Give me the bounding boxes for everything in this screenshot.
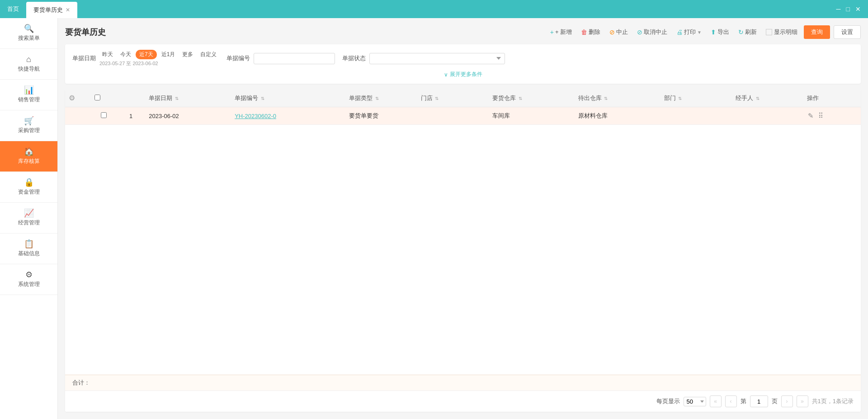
doc-status-select[interactable] xyxy=(369,53,505,64)
sidebar-item-system-mgmt[interactable]: ⚙ 系统管理 xyxy=(0,264,57,295)
search-icon: 🔍 xyxy=(24,24,34,33)
dept-col-header[interactable]: 部门 ⇅ xyxy=(660,89,732,107)
sidebar-item-sales-mgmt[interactable]: 📊 销售管理 xyxy=(0,80,57,110)
date-today[interactable]: 今天 xyxy=(118,50,134,59)
checkbox-col-header[interactable] xyxy=(91,89,117,107)
print-button[interactable]: 🖨 打印 ▼ xyxy=(674,26,704,38)
date-more[interactable]: 更多 xyxy=(179,50,196,59)
row-settings-cell xyxy=(65,107,91,125)
row-store-cell xyxy=(417,107,489,125)
page-label: 第 xyxy=(741,397,746,405)
expand-down-icon: ∨ xyxy=(444,71,448,78)
warehouse-col-header[interactable]: 要货仓库 ⇅ xyxy=(489,89,575,107)
refresh-button[interactable]: ↻ 刷新 xyxy=(736,26,760,38)
print-icon: 🖨 xyxy=(676,29,683,36)
code-col-header[interactable]: 单据编号 ⇅ xyxy=(231,89,345,107)
row-checkbox[interactable] xyxy=(101,112,107,118)
row-code-link[interactable]: YH-20230602-0 xyxy=(235,113,276,119)
row-number-cell: 1 xyxy=(117,107,145,125)
pending-col-header[interactable]: 待出仓库 ⇅ xyxy=(575,89,660,107)
export-icon: ⬆ xyxy=(711,29,716,36)
row-warehouse-cell: 车间库 xyxy=(489,107,575,125)
date-yesterday[interactable]: 昨天 xyxy=(99,50,116,59)
export-button[interactable]: ⬆ 导出 xyxy=(708,26,732,38)
display-cell-button[interactable]: 显示明细 xyxy=(763,26,800,38)
pending-col-label: 待出仓库 xyxy=(578,95,602,101)
page-number-input[interactable] xyxy=(750,395,768,407)
filter-row: 单据日期 昨天 今天 近7天 近1月 更多 自定义 2023-05-27 至 2… xyxy=(72,50,854,67)
expand-more-button[interactable]: ∨ 展开更多条件 xyxy=(72,71,854,78)
pagination-bar: 每页显示 10 20 50 100 « ‹ 第 页 › » 共1页，1条记录 xyxy=(65,390,861,412)
date-shortcuts: 昨天 今天 近7天 近1月 更多 自定义 xyxy=(99,50,219,59)
pending-sort-icon[interactable]: ⇅ xyxy=(604,96,608,101)
type-sort-icon[interactable]: ⇅ xyxy=(375,96,379,101)
sidebar-item-quick-nav[interactable]: ⌂ 快捷导航 xyxy=(0,49,57,80)
sidebar-item-fund-mgmt[interactable]: 🔒 资金管理 xyxy=(0,172,57,203)
code-sort-icon[interactable]: ⇅ xyxy=(261,96,264,101)
table-body: 1 2023-06-02 YH-20230602-0 要货单要货 车间库 原材料… xyxy=(65,107,861,125)
sidebar-item-basic-info[interactable]: 📋 基础信息 xyxy=(0,233,57,264)
date-col-header[interactable]: 单据日期 ⇅ xyxy=(145,89,231,107)
date-sort-icon[interactable]: ⇅ xyxy=(175,96,179,101)
sidebar-item-purchase-mgmt[interactable]: 🛒 采购管理 xyxy=(0,110,57,141)
maximize-button[interactable]: □ xyxy=(846,5,850,13)
dept-sort-icon[interactable]: ⇅ xyxy=(678,96,682,101)
row-checkbox-cell[interactable] xyxy=(91,107,117,125)
inventory-icon: 🏠 xyxy=(24,148,34,156)
new-button[interactable]: + + 新增 xyxy=(547,26,575,38)
sidebar-item-inventory-calc[interactable]: 🏠 库存核算 xyxy=(0,141,57,172)
date-last7days[interactable]: 近7天 xyxy=(136,50,157,59)
prev-page-button[interactable]: ‹ xyxy=(725,395,737,407)
warehouse-col-label: 要货仓库 xyxy=(492,95,516,101)
query-button[interactable]: 查询 xyxy=(804,25,830,39)
minimize-button[interactable]: ─ xyxy=(836,5,841,13)
store-col-label: 门店 xyxy=(421,95,433,101)
handler-sort-icon[interactable]: ⇅ xyxy=(756,96,760,101)
content-area: 要货单历史 + + 新增 🗑 删除 ⊘ 中止 ⊘ 取消中止 xyxy=(58,18,868,419)
store-sort-icon[interactable]: ⇅ xyxy=(435,96,439,101)
date-last-month[interactable]: 近1月 xyxy=(159,50,178,59)
close-button[interactable]: ✕ xyxy=(855,5,861,13)
type-col-header[interactable]: 单据类型 ⇅ xyxy=(345,89,417,107)
edit-icon[interactable]: ✎ xyxy=(807,111,815,121)
dept-col-label: 部门 xyxy=(664,95,676,101)
tab-home[interactable]: 首页 xyxy=(0,0,26,18)
doc-number-input[interactable] xyxy=(254,53,335,64)
doc-number-filter-group: 单据编号 xyxy=(226,53,335,64)
top-bar: 首页 要货单历史 ✕ ─ □ ✕ xyxy=(0,0,868,18)
page-title: 要货单历史 xyxy=(65,27,547,38)
column-settings-icon[interactable]: ⚙ xyxy=(69,94,75,102)
select-all-checkbox[interactable] xyxy=(94,95,100,100)
display-cell-label: 显示明细 xyxy=(774,28,797,36)
settings-button[interactable]: 设置 xyxy=(834,25,861,39)
row-code-cell[interactable]: YH-20230602-0 xyxy=(231,107,345,125)
gear-icon: ⚙ xyxy=(25,271,33,279)
tab-label: 要货单历史 xyxy=(33,6,63,14)
next-page-button[interactable]: › xyxy=(781,395,793,407)
last-page-button[interactable]: » xyxy=(797,395,808,407)
settings-col-header[interactable]: ⚙ xyxy=(65,89,91,107)
sidebar-item-search-menu[interactable]: 🔍 搜索菜单 xyxy=(0,18,57,49)
first-page-button[interactable]: « xyxy=(710,395,722,407)
print-dropdown-icon: ▼ xyxy=(697,30,702,35)
cancel-suspend-button[interactable]: ⊘ 取消中止 xyxy=(634,26,670,38)
warehouse-sort-icon[interactable]: ⇅ xyxy=(519,96,522,101)
close-icon[interactable]: ✕ xyxy=(66,7,70,13)
page-size-select[interactable]: 10 20 50 100 xyxy=(684,397,706,406)
expand-label: 展开更多条件 xyxy=(450,71,482,78)
handler-col-header[interactable]: 经手人 ⇅ xyxy=(732,89,803,107)
refresh-label: 刷新 xyxy=(745,28,757,36)
suspend-label: 中止 xyxy=(616,28,628,36)
toolbar: + + 新增 🗑 删除 ⊘ 中止 ⊘ 取消中止 🖨 打印 xyxy=(547,25,861,39)
display-cell-checkbox xyxy=(766,29,772,35)
date-range-display: 2023-05-27 至 2023-06-02 xyxy=(99,60,219,67)
date-custom[interactable]: 自定义 xyxy=(198,50,219,59)
delete-button[interactable]: 🗑 删除 xyxy=(578,26,603,38)
tab-requisition-history[interactable]: 要货单历史 ✕ xyxy=(26,2,77,18)
sidebar-label: 销售管理 xyxy=(18,96,40,104)
more-icon[interactable]: ⠿ xyxy=(817,111,824,121)
store-col-header[interactable]: 门店 ⇅ xyxy=(417,89,489,107)
suspend-button[interactable]: ⊘ 中止 xyxy=(607,26,631,38)
data-table: ⚙ 单据日期 ⇅ 单据编号 xyxy=(65,89,861,125)
sidebar-item-ops-mgmt[interactable]: 📈 经营管理 xyxy=(0,203,57,233)
